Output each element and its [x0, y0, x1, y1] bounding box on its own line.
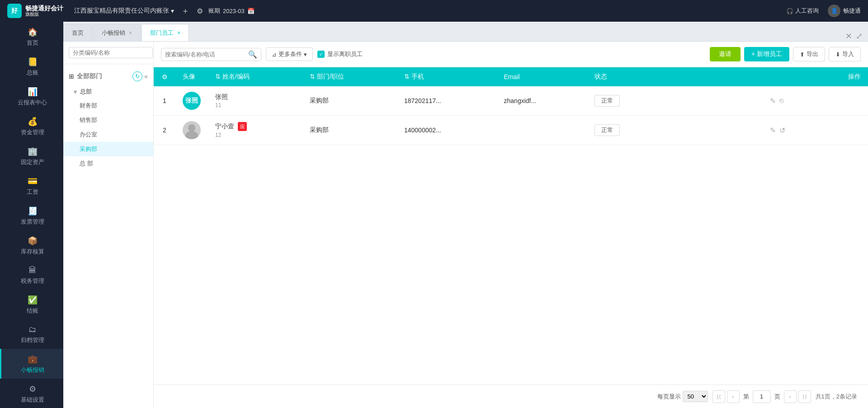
svg-point-1	[185, 131, 198, 139]
row2-avatar	[175, 116, 208, 145]
settings-sidebar-icon: ⚙	[29, 384, 36, 394]
employee-table: ⚙ 头像 ⇅ 姓名/编码 ⇅ 部门/职位	[154, 67, 868, 145]
dept-collapse-icon[interactable]: «	[144, 73, 148, 80]
more-filter-button[interactable]: ⊿ 更多条件 ▾	[266, 47, 313, 61]
employee-panel: 🔍 ⊿ 更多条件 ▾ ✓ 显示离职员工 邀请 + 新增员工	[154, 42, 868, 408]
filter-icon: ⊿	[272, 51, 277, 58]
row2-name: 宁小壹 应 12	[208, 116, 302, 145]
sidebar-item-reports[interactable]: 📊 云报表中心	[0, 81, 63, 111]
invite-button[interactable]: 邀请	[710, 47, 741, 61]
settings-icon[interactable]: ⚙	[197, 7, 203, 15]
accounting-period: 账期 2023-03 📅	[208, 7, 255, 15]
grid-icon: ⊞	[69, 73, 74, 80]
content-area: 首页 小畅报销 × 部门员工 × ✕ ⤢ 🔍	[63, 22, 868, 408]
col-settings-icon[interactable]: ⚙	[162, 73, 168, 80]
col-name[interactable]: ⇅ 姓名/编码	[208, 67, 302, 86]
pagination-bar: 每页显示 20 50 100 ⟨⟨ ‹ 第 页 ›	[154, 385, 868, 408]
sidebar-item-close[interactable]: ✅ 结账	[0, 290, 63, 319]
headset-icon: 🎧	[786, 8, 793, 14]
dept-group-title-hq[interactable]: ▼ 总部	[63, 85, 153, 98]
inventory-icon: 📦	[28, 236, 38, 246]
sidebar-item-archive[interactable]: 🗂 归档管理	[0, 319, 63, 349]
export-button[interactable]: ⬆ 导出	[793, 47, 825, 61]
dept-item-office[interactable]: 办公室	[63, 127, 153, 142]
col-status: 状态	[587, 67, 763, 86]
edit-icon[interactable]: ✎	[770, 126, 776, 135]
calendar-icon[interactable]: 📅	[247, 8, 255, 14]
status-badge: 正常	[594, 95, 620, 107]
page-input[interactable]	[753, 390, 771, 403]
last-page-button[interactable]: ⟩⟩	[798, 390, 811, 403]
dept-group-headquarter: ▼ 总部 财务部 销售部 办公室 采购部 总 部	[63, 85, 153, 171]
tab-expense[interactable]: 小畅报销 ×	[93, 24, 141, 41]
tab-home[interactable]: 首页	[63, 24, 92, 41]
row1-actions: ✎ ⎋	[763, 86, 868, 116]
avatar-circle: 张照	[183, 92, 201, 110]
maximize-icon[interactable]: ⤢	[856, 31, 863, 41]
col-action: 操作	[763, 67, 868, 86]
user-menu[interactable]: 👤 畅捷通	[828, 5, 861, 17]
sort-icon-dept: ⇅	[310, 73, 315, 80]
topbar-actions: ＋ ⚙	[181, 5, 203, 16]
sidebar-item-ledger[interactable]: 📒 总账	[0, 52, 63, 81]
expand-arrow-icon: ▼	[72, 89, 78, 95]
restore-icon[interactable]: ↺	[779, 126, 785, 135]
table-row: 1 张照 张照 11 采购部 187202117... zh	[154, 86, 868, 116]
dept-search-bar: 🔍	[63, 42, 153, 64]
dept-item-hq[interactable]: 总 部	[63, 156, 153, 171]
ying-tag: 应	[238, 122, 247, 131]
show-resigned-checkbox[interactable]: ✓	[317, 51, 325, 58]
add-tab-button[interactable]: ＋	[181, 5, 189, 16]
dept-item-purchase[interactable]: 采购部	[63, 142, 153, 156]
tax-icon: 🏛	[28, 266, 37, 275]
dept-search-input[interactable]	[69, 47, 153, 58]
next-page-button[interactable]: ›	[784, 390, 797, 403]
logo-icon: 好	[7, 4, 22, 18]
col-avatar: 头像	[175, 67, 208, 86]
service-button[interactable]: 🎧 人工咨询	[786, 7, 819, 15]
company-selector[interactable]: 江西服宝精品有限责任公司内账张 ▾	[74, 7, 174, 15]
payroll-icon: 💳	[28, 176, 38, 186]
employee-search-icon[interactable]: 🔍	[248, 50, 257, 59]
sidebar-item-tax[interactable]: 🏛 税务管理	[0, 260, 63, 290]
page-size-select[interactable]: 20 50 100	[683, 391, 708, 402]
col-settings[interactable]: ⚙	[154, 67, 175, 86]
dept-refresh-btn[interactable]: ↻	[132, 71, 142, 81]
page-size-selector: 每页显示 20 50 100	[657, 391, 708, 402]
sidebar-item-inventory[interactable]: 📦 库存核算	[0, 230, 63, 260]
sidebar-item-expense[interactable]: 💼 小畅报销	[0, 349, 63, 379]
sidebar-item-invoice[interactable]: 🧾 发票管理	[0, 201, 63, 230]
add-employee-button[interactable]: + 新增员工	[744, 47, 789, 61]
sidebar-item-home[interactable]: 🏠 首页	[0, 22, 63, 52]
tabs-bar: 首页 小畅报销 × 部门员工 × ✕ ⤢	[63, 22, 868, 42]
row1-dept: 采购部	[302, 86, 397, 116]
employee-search-input[interactable]	[165, 51, 246, 58]
row1-status: 正常	[587, 86, 763, 116]
table-row: 2	[154, 116, 868, 145]
logo-text: 畅捷通好会计 旗舰版	[25, 5, 63, 17]
first-page-button[interactable]: ⟨⟨	[712, 390, 725, 403]
close-window-icon[interactable]: ✕	[845, 31, 852, 41]
delete-icon[interactable]: ⎋	[779, 97, 784, 105]
tab-expense-close[interactable]: ×	[129, 30, 132, 36]
reports-icon: 📊	[28, 87, 38, 97]
main-layout: 🏠 首页 📒 总账 📊 云报表中心 💰 资金管理 🏢 固定资产 💳 工资 🧾 发…	[0, 22, 868, 408]
sidebar-item-funds[interactable]: 💰 资金管理	[0, 111, 63, 141]
all-dept-header[interactable]: ⊞ 全部部门 ↻ «	[63, 68, 153, 85]
sidebar-item-settings[interactable]: ⚙ 基础设置	[0, 379, 63, 408]
tab-dept-emp[interactable]: 部门员工 ×	[142, 24, 189, 41]
avatar: 👤	[828, 5, 840, 17]
prev-page-button[interactable]: ‹	[727, 390, 740, 403]
col-phone[interactable]: ⇅ 手机	[397, 67, 497, 86]
col-dept[interactable]: ⇅ 部门/职位	[302, 67, 397, 86]
home-icon: 🏠	[28, 27, 38, 37]
row1-phone: 187202117...	[397, 86, 497, 116]
dept-item-finance[interactable]: 财务部	[63, 98, 153, 113]
edit-icon[interactable]: ✎	[770, 97, 776, 105]
sidebar-item-payroll[interactable]: 💳 工资	[0, 171, 63, 201]
tab-dept-emp-close[interactable]: ×	[177, 30, 180, 36]
dept-item-sales[interactable]: 销售部	[63, 113, 153, 127]
show-resigned-toggle[interactable]: ✓ 显示离职员工	[317, 50, 363, 58]
import-button[interactable]: ⬇ 导入	[829, 47, 861, 61]
sidebar-item-assets[interactable]: 🏢 固定资产	[0, 141, 63, 171]
